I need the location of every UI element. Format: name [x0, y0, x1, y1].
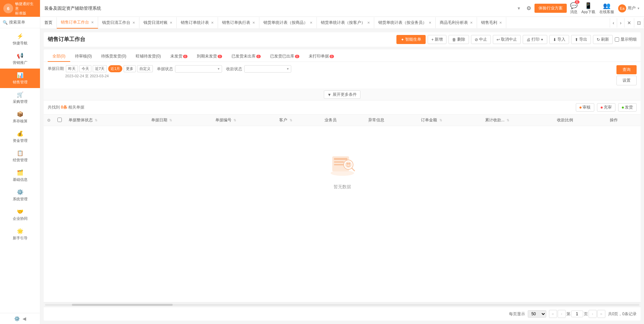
tab-sales-staff[interactable]: 销货单统计表（按业务员） ✕ [374, 17, 436, 28]
date-btn-7days[interactable]: 近7天 [93, 65, 107, 72]
show-detail-checkbox[interactable] [615, 37, 619, 42]
date-btn-more[interactable]: 更多 [124, 65, 136, 72]
delete-btn[interactable]: 🗑 删除 [448, 35, 469, 44]
tab-sales-gross[interactable]: 销售毛利 ✕ [477, 17, 506, 28]
collapse-icon[interactable]: ◀ [23, 316, 26, 321]
topbar-app-download[interactable]: 📱 App下载 [582, 2, 596, 14]
sidebar-item-basic[interactable]: 🗂️ 基础信息 [0, 166, 40, 186]
sidebar-item-inventory[interactable]: 📦 库存核算 [0, 108, 40, 127]
industry-btn[interactable]: 体验行业方案 [534, 4, 567, 13]
tab-sales-exec[interactable]: 销售订单执行表 ✕ [218, 17, 259, 28]
tab-cash-reconcile-close[interactable]: ✕ [170, 21, 172, 25]
show-detail-label[interactable]: 显示明细 [615, 37, 637, 42]
tab-cash-daily[interactable]: 钱货日清工作台 ✕ [98, 17, 139, 28]
pagination-next-btn[interactable]: › [589, 310, 597, 318]
date-btn-yesterday[interactable]: 昨天 [66, 65, 78, 72]
sidebar-item-sales[interactable]: 📊 销售管理 [0, 69, 40, 88]
review-btn[interactable]: 审核 [576, 103, 594, 112]
date-btn-custom[interactable]: 自定义 [137, 65, 153, 72]
topbar-online-service[interactable]: 👥 在线客服 [599, 2, 614, 14]
unreview-btn[interactable]: 充审 [597, 103, 615, 112]
ship-btn[interactable]: 发货 [618, 103, 637, 112]
filter-tab-sent-out[interactable]: 已发货已出库0 [265, 51, 304, 62]
sidebar-item-marketing[interactable]: 📢 营销推广 [0, 49, 40, 69]
topbar-message[interactable]: 💬 6 消息 [570, 2, 577, 14]
refresh-btn[interactable]: ↻ 刷新 [593, 35, 613, 44]
cancel-stop-btn[interactable]: ↩ 取消中止 [493, 35, 521, 44]
tab-home[interactable]: 首页 [40, 17, 57, 28]
sort-customer-icon[interactable]: ⇅ [290, 118, 292, 122]
scroll-area[interactable] [44, 302, 641, 307]
tabs-next-btn[interactable]: › [617, 18, 625, 28]
sidebar-item-purchase[interactable]: 🛒 采购管理 [0, 88, 40, 108]
table-scroll[interactable]: ⚙ 单据整体状态 ⇅ 单据日期 ⇅ [44, 115, 641, 302]
sidebar-item-finance[interactable]: 💰 资金管理 [0, 127, 40, 147]
tab-margin-close[interactable]: ✕ [470, 21, 473, 25]
tab-sales-customer-close[interactable]: ✕ [367, 21, 370, 25]
page-input[interactable] [571, 311, 583, 317]
date-btn-today[interactable]: 今天 [79, 65, 91, 72]
pagination-first-btn[interactable]: « [549, 310, 557, 318]
sidebar-item-company[interactable]: 🤝 企业协同 [0, 205, 40, 225]
filter-tab-pending-check[interactable]: 待拣货发货(0) [96, 51, 131, 62]
set-btn[interactable]: 设置 [616, 76, 637, 85]
add-btn[interactable]: + 新增 [428, 35, 446, 44]
tab-margin[interactable]: 商品毛利分析表 ✕ [436, 17, 477, 28]
tab-sales-stats-close[interactable]: ✕ [211, 21, 214, 25]
payment-select[interactable] [244, 65, 291, 73]
date-btn-1month[interactable]: 近1月 [108, 65, 122, 72]
user-area[interactable]: Ea 用户 ▼ [618, 4, 640, 12]
tab-sales-product[interactable]: 销货单统计表（按商品） ✕ [259, 17, 317, 28]
tab-sales-staff-close[interactable]: ✕ [429, 21, 431, 25]
status-select[interactable] [175, 65, 222, 73]
expand-conditions-btn[interactable]: ▼ 展开更多条件 [324, 90, 361, 99]
tab-sales-workbench[interactable]: 销售订单工作台 ✕ [57, 17, 98, 29]
page-header: 销售订单工作台 ✦ 智能生单 + 新增 🗑 删除 ⊘ 中止 [44, 32, 641, 47]
column-settings-icon[interactable]: ⚙ [47, 118, 51, 123]
settings-bottom-icon[interactable]: ⚙️ [14, 316, 20, 321]
tab-sales-customer[interactable]: 销货单统计表（按客户） ✕ [317, 17, 374, 28]
tabs-close-btn[interactable]: ✕ [625, 18, 634, 28]
sort-number-icon[interactable]: ⇅ [233, 118, 236, 122]
import-icon: ⬇ [553, 37, 556, 42]
export-btn[interactable]: ⬆ 导出 [571, 35, 591, 44]
pagination-prev-btn[interactable]: ‹ [558, 310, 566, 318]
tab-sales-stats[interactable]: 销售订单统计表 ✕ [177, 17, 218, 28]
sidebar-item-quick-nav[interactable]: ⚡ 快捷导航 [0, 30, 40, 49]
topbar-settings-icon[interactable]: ⚙ [526, 5, 531, 11]
filter-tab-expired[interactable]: 到期未发货0 [192, 51, 227, 62]
ai-generate-btn[interactable]: ✦ 智能生单 [396, 35, 426, 44]
filter-tab-unsent[interactable]: 未发货0 [166, 51, 192, 62]
select-all-checkbox[interactable] [57, 118, 62, 122]
sort-status-icon[interactable]: ⇅ [95, 118, 97, 122]
sort-date-icon[interactable]: ⇅ [169, 118, 172, 122]
sidebar-item-operation[interactable]: 📋 经营管理 [0, 147, 40, 166]
sort-amount-icon[interactable]: ⇅ [439, 118, 442, 122]
tab-cash-reconcile[interactable]: 钱货日清对账 ✕ [139, 17, 177, 28]
topbar-dropdown-arrow[interactable]: ▼ [517, 6, 521, 11]
filter-tab-pending[interactable]: 待审核(0) [70, 51, 97, 62]
filter-tab-wangpu[interactable]: 旺铺待发货(0) [131, 51, 166, 62]
sort-accumulated-icon[interactable]: ⇅ [507, 118, 509, 122]
pagination-last-btn[interactable]: » [597, 310, 605, 318]
sidebar-search[interactable]: 🔍 搜索菜单 [0, 17, 40, 28]
per-page-select[interactable]: 50 20 100 [528, 310, 546, 318]
tabs-controls: ‹ › ✕ ⊡ [610, 18, 644, 28]
sidebar-item-newbie[interactable]: 🌟 新手引导 [0, 225, 40, 244]
tab-sales-product-close[interactable]: ✕ [310, 21, 312, 25]
sidebar-item-system[interactable]: ⚙️ 系统管理 [0, 186, 40, 205]
scroll-thumb[interactable] [72, 304, 173, 306]
tab-cash-daily-close[interactable]: ✕ [132, 21, 135, 25]
filter-tab-all[interactable]: 全部(0) [48, 51, 70, 62]
filter-tab-not-printed[interactable]: 未打印单据0 [304, 51, 339, 62]
query-btn[interactable]: 查询 [616, 65, 637, 74]
tab-sales-gross-close[interactable]: ✕ [499, 21, 502, 25]
filter-tab-sent-not-out[interactable]: 已发货未出库0 [227, 51, 265, 62]
tabs-expand-btn[interactable]: ⊡ [634, 18, 644, 28]
tab-sales-exec-close[interactable]: ✕ [252, 21, 255, 25]
tab-sales-workbench-close[interactable]: ✕ [91, 21, 94, 24]
import-btn[interactable]: ⬇ 导入 [549, 35, 569, 44]
print-btn[interactable]: 🖨 打印 ▼ [523, 35, 547, 44]
tabs-prev-btn[interactable]: ‹ [610, 18, 617, 28]
stop-btn[interactable]: ⊘ 中止 [471, 35, 491, 44]
